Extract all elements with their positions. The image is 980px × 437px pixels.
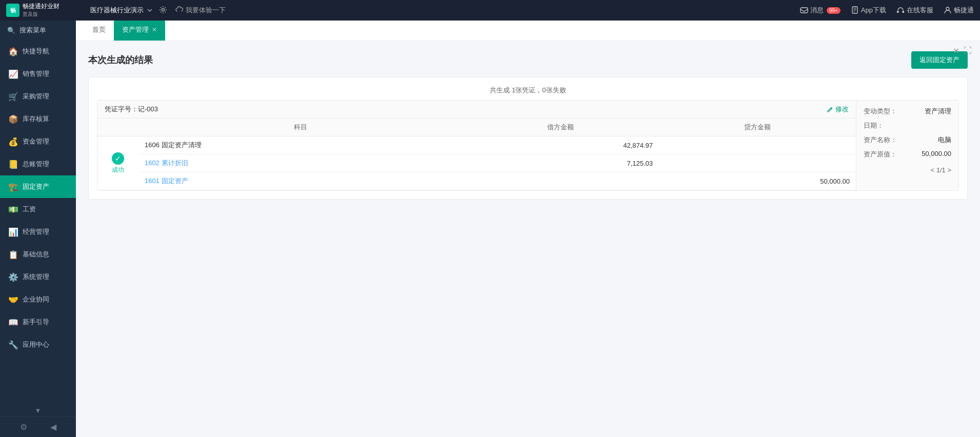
success-badge: ✓ 成功 [112, 152, 124, 174]
sidebar-item-label: 总账管理 [23, 160, 49, 169]
sidebar-item-app-center[interactable]: 🔧 应用中心 [0, 333, 76, 356]
topbar-right: 消息 99 App下载 在线客服 畅捷通 [800, 6, 974, 15]
user-profile-button[interactable]: 畅捷通 [944, 6, 974, 15]
collapse-icon[interactable]: ◀ [50, 422, 56, 432]
payroll-icon: 💵 [8, 204, 18, 214]
edit-voucher-button[interactable]: 修改 [827, 105, 849, 114]
sidebar-item-sales[interactable]: 📈 销售管理 [0, 63, 76, 85]
date-row: 日期： [864, 121, 951, 130]
debit-cell [462, 172, 659, 190]
sidebar-scroll: 🔍 搜索菜单 🏠 快捷导航 📈 销售管理 🛒 采购管理 📦 库存核算 💰 [0, 21, 76, 405]
messages-label: 消息 [810, 6, 824, 15]
sidebar-item-funds[interactable]: 💰 资金管理 [0, 130, 76, 153]
app-center-icon: 🔧 [8, 340, 18, 350]
user-icon [944, 6, 952, 14]
tab-close-icon[interactable]: ✕ [152, 26, 157, 33]
debit-cell: 42,874.97 [462, 136, 659, 154]
tabs-bar: 首页 资产管理 ✕ [76, 21, 980, 41]
sidebar-item-label: 销售管理 [23, 69, 49, 78]
sidebar-scroll-arrow[interactable]: ▼ [0, 405, 76, 416]
subject-cell: 1606 固定资产清理 [138, 136, 462, 154]
main-area: 首页 资产管理 ✕ ✕ ⛶ 本次生成的结果 返回固定资产 共生成 1张凭证，0张… [76, 21, 980, 437]
sidebar-item-system[interactable]: ⚙️ 系统管理 [0, 266, 76, 288]
sidebar-item-fixed-assets[interactable]: 🏗️ 固定资产 [0, 175, 76, 198]
operations-icon: 📊 [8, 227, 18, 237]
guide-icon: 📖 [8, 317, 18, 327]
app-body: 🔍 搜索菜单 🏠 快捷导航 📈 销售管理 🛒 采购管理 📦 库存核算 💰 [0, 21, 980, 437]
settings-bottom-icon[interactable]: ⚙ [20, 422, 27, 432]
company-selector[interactable]: 医疗器械行业演示 [90, 6, 153, 15]
sidebar-item-label: 工资 [23, 205, 36, 214]
online-service-label: 在线客服 [907, 6, 933, 15]
asset-value-label: 资产原值： [864, 150, 897, 159]
sidebar-item-collaboration[interactable]: 🤝 企业协同 [0, 288, 76, 311]
topbar: 畅 畅捷通好业财 普及版 医疗器械行业演示 我要体验一下 消息 99 App下载 [0, 0, 980, 21]
sidebar-item-label: 库存核算 [23, 114, 49, 124]
message-icon [800, 6, 808, 14]
pagination-info: 1/1 [936, 166, 948, 174]
tab-asset-mgmt-label: 资产管理 [122, 25, 149, 34]
basics-icon: 📋 [8, 249, 18, 260]
col-debit-header: 借方金额 [462, 118, 659, 136]
expand-window-icon[interactable]: ⛶ [964, 46, 972, 56]
app-download-button[interactable]: App下载 [851, 6, 886, 15]
voucher-block: 凭证字号：记-003 修改 科目 [97, 100, 959, 191]
sidebar-item-ledger[interactable]: 📒 总账管理 [0, 153, 76, 175]
sidebar-item-label: 企业协同 [23, 295, 49, 304]
asset-name-row: 资产名称： 电脑 [864, 135, 951, 145]
sidebar-bottom: ⚙ ◀ [0, 416, 76, 437]
messages-badge: 99 [827, 7, 841, 14]
asset-name-value: 电脑 [938, 135, 951, 145]
col-credit-header: 贷方金额 [659, 118, 856, 136]
col-status-header [97, 118, 138, 136]
home-icon: 🏠 [8, 46, 18, 56]
sidebar-item-basics[interactable]: 📋 基础信息 [0, 243, 76, 266]
table-row: 1601 固定资产 50,000.00 [97, 172, 856, 190]
sidebar-item-quick-nav[interactable]: 🏠 快捷导航 [0, 40, 76, 63]
status-cell: ✓ 成功 [97, 136, 138, 190]
chevron-down-icon [147, 7, 153, 13]
sidebar-item-label: 新手引导 [23, 317, 49, 327]
app-logo: 畅 畅捷通好业财 普及版 [6, 3, 82, 18]
asset-value-value: 50,000.00 [922, 150, 951, 159]
change-type-value: 资产清理 [925, 107, 951, 116]
sidebar-item-label: 经营管理 [23, 227, 49, 236]
sidebar-item-guide[interactable]: 📖 新手引导 [0, 311, 76, 333]
close-window-icon[interactable]: ✕ [953, 46, 959, 56]
col-subject-header: 科目 [138, 118, 462, 136]
sidebar-search-bar[interactable]: 🔍 搜索菜单 [0, 21, 76, 40]
pagination-prev[interactable]: < [931, 166, 935, 174]
page-title-row: 本次生成的结果 返回固定资产 [88, 51, 968, 69]
tab-home[interactable]: 首页 [84, 21, 114, 41]
sidebar-item-inventory[interactable]: 📦 库存核算 [0, 108, 76, 130]
voucher-header-row: 凭证字号：记-003 修改 [97, 101, 856, 118]
app-name: 畅捷通好业财 [23, 3, 59, 11]
sidebar-item-payroll[interactable]: 💵 工资 [0, 198, 76, 221]
funds-icon: 💰 [8, 136, 18, 147]
online-service-button[interactable]: 在线客服 [896, 6, 933, 15]
pagination-next[interactable]: > [947, 166, 951, 174]
cloud-icon [175, 6, 184, 14]
messages-button[interactable]: 消息 99 [800, 6, 841, 15]
sidebar-item-purchase[interactable]: 🛒 采购管理 [0, 85, 76, 108]
search-icon: 🔍 [7, 27, 15, 34]
success-check-icon: ✓ [112, 152, 124, 165]
experience-label: 我要体验一下 [186, 6, 226, 15]
subject-cell: 1601 固定资产 [138, 172, 462, 190]
sidebar-item-operations[interactable]: 📊 经营管理 [0, 221, 76, 243]
credit-cell: 50,000.00 [659, 172, 856, 190]
collaboration-icon: 🤝 [8, 294, 18, 305]
edit-icon [827, 106, 833, 113]
voucher-id: 凭证字号：记-003 [105, 105, 158, 114]
company-name: 医疗器械行业演示 [90, 6, 144, 15]
change-type-row: 变动类型： 资产清理 [864, 107, 951, 116]
asset-value-row: 资产原值： 50,000.00 [864, 150, 951, 159]
download-icon [851, 6, 859, 14]
tab-asset-mgmt[interactable]: 资产管理 ✕ [114, 21, 165, 41]
window-controls: ✕ ⛶ [953, 46, 972, 56]
experience-button[interactable]: 我要体验一下 [175, 6, 226, 15]
sidebar: 🔍 搜索菜单 🏠 快捷导航 📈 销售管理 🛒 采购管理 📦 库存核算 💰 [0, 21, 76, 437]
success-label: 成功 [112, 166, 124, 174]
sidebar-search-label: 搜索菜单 [19, 26, 46, 35]
settings-icon[interactable] [159, 6, 167, 15]
